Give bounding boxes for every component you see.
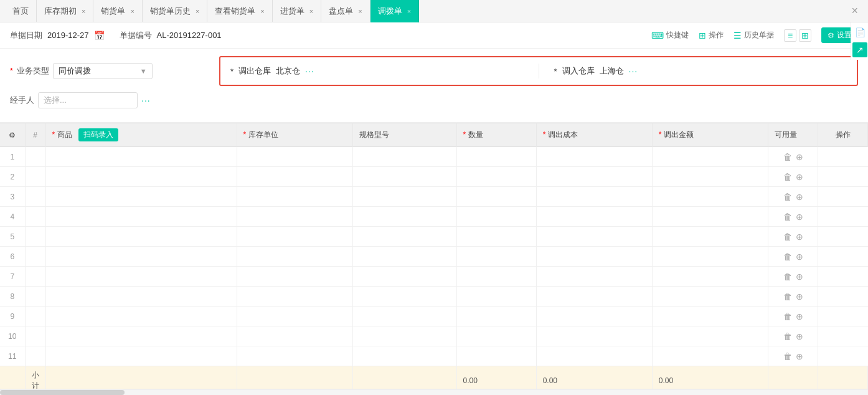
delete-icon[interactable]: 🗑 [783, 152, 792, 162]
qty-cell[interactable] [352, 267, 456, 287]
spec-cell[interactable] [237, 227, 352, 247]
unit-cell[interactable] [45, 287, 237, 307]
unit-cell[interactable] [45, 147, 237, 167]
copy-icon[interactable]: ⊕ [796, 351, 803, 361]
cost-cell[interactable] [456, 326, 536, 346]
product-cell[interactable] [25, 187, 45, 207]
amount-cell[interactable] [536, 307, 652, 326]
qty-cell[interactable] [352, 227, 456, 247]
copy-icon[interactable]: ⊕ [796, 212, 803, 222]
delete-icon[interactable]: 🗑 [783, 272, 792, 282]
amount-cell[interactable] [536, 287, 652, 307]
qty-cell[interactable] [352, 307, 456, 326]
unit-cell[interactable] [45, 207, 237, 227]
copy-icon[interactable]: ⊕ [796, 252, 803, 262]
qty-cell[interactable] [352, 167, 456, 187]
qty-cell[interactable] [352, 287, 456, 307]
amount-cell[interactable] [536, 167, 652, 187]
history-button[interactable]: ☰ 历史单据 [734, 30, 774, 40]
tab-view-sales-close[interactable]: × [260, 7, 264, 15]
layout-grid-icon[interactable]: ⊞ [799, 29, 811, 42]
amount-cell[interactable] [536, 247, 652, 267]
amount-cell[interactable] [536, 147, 652, 167]
tab-sales-history-close[interactable]: × [196, 7, 199, 15]
cost-cell[interactable] [456, 267, 536, 287]
amount-cell[interactable] [536, 187, 652, 207]
tab-view-sales[interactable]: 查看销货单 × [207, 0, 272, 22]
cost-cell[interactable] [456, 167, 536, 187]
qty-cell[interactable] [352, 346, 456, 366]
scan-button[interactable]: 扫码录入 [78, 128, 118, 141]
unit-cell[interactable] [45, 187, 237, 207]
copy-icon[interactable]: ⊕ [796, 272, 803, 282]
unit-cell[interactable] [45, 346, 237, 366]
copy-icon[interactable]: ⊕ [796, 292, 803, 302]
product-cell[interactable] [25, 247, 45, 267]
product-cell[interactable] [25, 307, 45, 326]
cost-cell[interactable] [456, 247, 536, 267]
copy-icon[interactable]: ⊕ [796, 312, 803, 321]
cost-cell[interactable] [456, 287, 536, 307]
spec-cell[interactable] [237, 287, 352, 307]
tab-sales[interactable]: 销货单 × [93, 0, 142, 22]
sidebar-doc-icon[interactable]: 📄 [852, 25, 867, 40]
tab-inventory-check[interactable]: 盘点单 × [321, 0, 370, 22]
product-cell[interactable] [25, 326, 45, 346]
copy-icon[interactable]: ⊕ [796, 232, 803, 242]
delete-icon[interactable]: 🗑 [783, 292, 792, 302]
available-cell[interactable] [652, 227, 768, 247]
available-cell[interactable] [652, 307, 768, 326]
available-cell[interactable] [652, 207, 768, 227]
spec-cell[interactable] [237, 187, 352, 207]
copy-icon[interactable]: ⊕ [796, 172, 803, 182]
available-cell[interactable] [652, 247, 768, 267]
product-cell[interactable] [25, 147, 45, 167]
amount-cell[interactable] [536, 207, 652, 227]
tab-inventory-init-close[interactable]: × [82, 7, 85, 15]
shortcut-button[interactable]: ⌨ 快捷键 [651, 30, 689, 40]
unit-cell[interactable] [45, 267, 237, 287]
calendar-icon[interactable]: 📅 [94, 31, 105, 40]
in-warehouse-more-icon[interactable]: ··· [629, 66, 638, 76]
cost-cell[interactable] [456, 187, 536, 207]
tab-purchase[interactable]: 进货单 × [273, 0, 321, 22]
tab-home[interactable]: 首页 [2, 0, 37, 22]
delete-icon[interactable]: 🗑 [783, 351, 792, 361]
horizontal-scrollbar[interactable] [0, 389, 868, 395]
delete-icon[interactable]: 🗑 [783, 172, 792, 182]
unit-cell[interactable] [45, 326, 237, 346]
unit-cell[interactable] [45, 307, 237, 326]
spec-cell[interactable] [237, 207, 352, 227]
delete-icon[interactable]: 🗑 [783, 192, 792, 202]
tab-purchase-close[interactable]: × [309, 7, 313, 15]
cost-cell[interactable] [456, 227, 536, 247]
amount-cell[interactable] [536, 267, 652, 287]
scrollbar-thumb[interactable] [0, 390, 125, 395]
handler-select[interactable]: 选择... [38, 92, 138, 108]
available-cell[interactable] [652, 267, 768, 287]
unit-cell[interactable] [45, 227, 237, 247]
delete-icon[interactable]: 🗑 [783, 232, 792, 242]
unit-cell[interactable] [45, 247, 237, 267]
spec-cell[interactable] [237, 267, 352, 287]
product-cell[interactable] [25, 287, 45, 307]
available-cell[interactable] [652, 187, 768, 207]
layout-list-icon[interactable]: ≡ [784, 29, 796, 42]
tab-transfer-close[interactable]: × [407, 7, 411, 15]
available-cell[interactable] [652, 287, 768, 307]
operation-button[interactable]: ⊞ 操作 [699, 30, 724, 40]
available-cell[interactable] [652, 147, 768, 167]
product-cell[interactable] [25, 346, 45, 366]
biz-type-select[interactable]: 同价调拨 ▼ [53, 63, 153, 79]
tab-inventory-check-close[interactable]: × [358, 7, 362, 15]
cost-cell[interactable] [456, 307, 536, 326]
product-cell[interactable] [25, 227, 45, 247]
qty-cell[interactable] [352, 187, 456, 207]
amount-cell[interactable] [536, 227, 652, 247]
handler-more-icon[interactable]: ··· [141, 95, 151, 105]
spec-cell[interactable] [237, 307, 352, 326]
cost-cell[interactable] [456, 147, 536, 167]
qty-cell[interactable] [352, 247, 456, 267]
spec-cell[interactable] [237, 247, 352, 267]
available-cell[interactable] [652, 346, 768, 366]
